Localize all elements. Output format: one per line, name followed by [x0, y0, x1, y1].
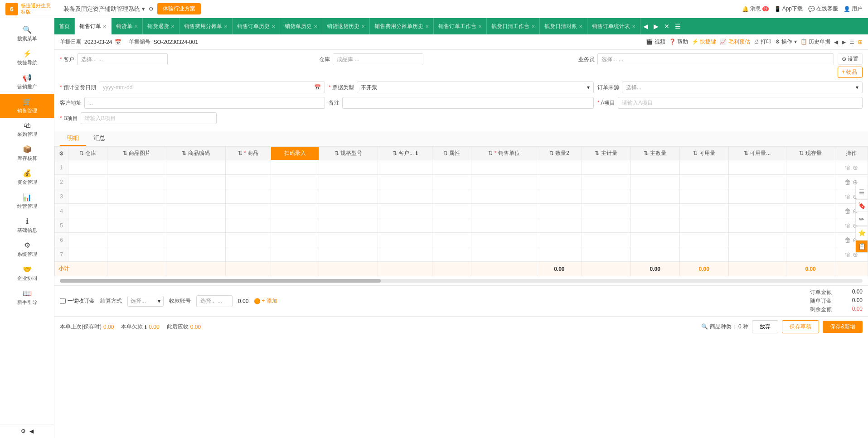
delivery-date-input[interactable]: yyyy-mm-dd 📅: [99, 82, 325, 93]
profit-preview-btn[interactable]: 📈 毛利预估: [720, 38, 750, 46]
float-btn-3[interactable]: ✏: [855, 213, 868, 226]
sidebar-item-finance[interactable]: 💰 资金管理: [0, 165, 54, 189]
scrollbar-thumb[interactable]: [60, 279, 381, 283]
float-btn-4[interactable]: ⭐: [855, 226, 868, 239]
col-warehouse[interactable]: ⇅ 仓库: [68, 147, 107, 160]
system-name[interactable]: 装备及固定资产辅助管理系统 ▾: [63, 5, 145, 13]
a-project-input[interactable]: 请输入A项目: [618, 97, 863, 109]
tab-expense-history[interactable]: 销售费用分摊单历史 ✕: [370, 18, 434, 34]
warehouse-input[interactable]: 成品库 ...: [333, 53, 423, 65]
sidebar-item-basicinfo[interactable]: ℹ 基础信息: [0, 213, 54, 237]
tab-home[interactable]: 首页: [54, 18, 75, 34]
operate-btn[interactable]: ⚙ 操作 ▾: [775, 38, 797, 46]
tab-close-order-history[interactable]: ✕: [272, 24, 275, 29]
ticket-type-select[interactable]: 不开票 ▾: [357, 82, 594, 93]
layout-list-icon[interactable]: ☰: [849, 39, 854, 45]
tab-sales-expense[interactable]: 销售费用分摊单 ✕: [179, 18, 233, 34]
tab-sales-order[interactable]: 销售订单 ✕: [75, 18, 112, 34]
add-goods-btn[interactable]: + 物品: [838, 67, 863, 78]
row-delete-icon[interactable]: 🗑: [844, 236, 851, 244]
discard-btn[interactable]: 放弃: [752, 320, 778, 333]
sidebar-item-enterprise[interactable]: 🤝 企业协同: [0, 261, 54, 285]
nav-prev-icon[interactable]: ◀: [834, 39, 838, 45]
tab-daily-reconcile[interactable]: 钱货日清对账 ✕: [540, 18, 587, 34]
customer-address-input[interactable]: ...: [84, 97, 325, 109]
save-new-btn[interactable]: 保存&新增: [823, 321, 863, 333]
detail-tab-detail[interactable]: 明细: [60, 131, 86, 146]
tab-sales-invoice[interactable]: 销货单 ✕: [112, 18, 143, 34]
video-btn[interactable]: 🎬 视频: [646, 38, 665, 46]
horizontal-scrollbar[interactable]: [60, 279, 863, 283]
settlement-select[interactable]: 选择... ▾: [127, 296, 164, 307]
tab-close-sales-return[interactable]: ✕: [171, 24, 175, 29]
col-available[interactable]: ⇅ 可用量: [679, 147, 728, 160]
nav-next-icon[interactable]: ▶: [842, 39, 846, 45]
app-download-btn[interactable]: 📱 App下载: [774, 5, 803, 13]
tab-order-workbench[interactable]: 销售订单工作台 ✕: [434, 18, 487, 34]
salesman-input[interactable]: 选择... ...: [597, 53, 834, 65]
order-source-select[interactable]: 选择... ▾: [622, 82, 863, 93]
row-copy-icon[interactable]: ⊕: [853, 178, 858, 186]
sidebar-item-inventory[interactable]: 📦 库存核算: [0, 141, 54, 165]
row-delete-icon[interactable]: 🗑: [844, 178, 851, 186]
tab-close-sales-invoice[interactable]: ✕: [134, 24, 138, 29]
print-btn[interactable]: 🖨 打印: [754, 38, 771, 46]
col-unit[interactable]: ⇅ * 销售单位: [471, 147, 537, 160]
sidebar-item-operations[interactable]: 📊 经营管理: [0, 189, 54, 213]
industry-solution-btn[interactable]: 体验行业方案: [157, 3, 201, 14]
sidebar-item-purchase[interactable]: 🛍 采购管理: [0, 118, 54, 141]
remarks-input[interactable]: [342, 97, 594, 109]
col-scan[interactable]: 扫码录入: [271, 147, 319, 160]
col-available2[interactable]: ⇅ 可用量...: [728, 147, 786, 160]
messages-btn[interactable]: 🔔 消息 9: [742, 5, 769, 13]
tab-sales-order-history[interactable]: 销售订单历史 ✕: [233, 18, 280, 34]
col-attribute[interactable]: ⇅ 属性: [432, 147, 471, 160]
one-click-checkbox-input[interactable]: [60, 298, 66, 304]
add-payment-btn[interactable]: 🟠 + 添加: [254, 297, 277, 305]
history-btn[interactable]: 📋 历史单据: [800, 38, 830, 46]
tab-close-daily-workbench[interactable]: ✕: [531, 24, 535, 29]
float-btn-1[interactable]: ☰: [855, 186, 868, 198]
tab-invoice-history[interactable]: 销货单历史 ✕: [280, 18, 322, 34]
layout-grid-icon[interactable]: ⊞: [858, 39, 863, 45]
settings-icon[interactable]: ⚙: [149, 6, 154, 12]
customer-input[interactable]: 选择... ...: [77, 53, 168, 65]
row-delete-icon[interactable]: 🗑: [844, 251, 851, 258]
sidebar-item-sales[interactable]: 🛒 销售管理: [0, 94, 54, 118]
tab-close-daily-reconcile[interactable]: ✕: [579, 24, 582, 29]
tab-close-order-stats[interactable]: ✕: [632, 24, 635, 29]
shortcut-btn[interactable]: ⚡ 快捷键: [692, 38, 716, 46]
b-project-input[interactable]: 请输入B项目: [81, 112, 217, 124]
float-btn-5[interactable]: 📋: [855, 240, 868, 253]
row-delete-icon[interactable]: 🗑: [844, 222, 851, 229]
tab-close-invoice-history[interactable]: ✕: [314, 24, 317, 29]
account-input[interactable]: 选择... ...: [196, 295, 233, 307]
col-spec[interactable]: ⇅ 规格型号: [319, 147, 378, 160]
sidebar-item-system[interactable]: ⚙ 系统管理: [0, 237, 54, 261]
col-settings[interactable]: ⚙: [55, 147, 68, 160]
detail-tab-summary[interactable]: 汇总: [86, 131, 112, 146]
col-product-img[interactable]: ⇅ 商品图片: [107, 147, 166, 160]
tab-prev-btn[interactable]: ◀: [640, 18, 651, 34]
tab-sales-return[interactable]: 销货退货 ✕: [143, 18, 179, 34]
sidebar-item-quicknav[interactable]: ⚡ 快捷导航: [0, 46, 54, 70]
tab-close-expense-history[interactable]: ✕: [425, 24, 429, 29]
tab-close-sales-order[interactable]: ✕: [103, 24, 107, 29]
tab-close-return-history[interactable]: ✕: [361, 24, 365, 29]
tab-order-stats[interactable]: 销售订单统计表 ✕: [587, 18, 640, 34]
one-click-checkbox[interactable]: 一键收订金: [60, 297, 95, 305]
settings-btn[interactable]: ⚙ 设置: [838, 53, 863, 65]
help-btn[interactable]: ❓ 帮助: [669, 38, 688, 46]
row-delete-icon[interactable]: 🗑: [844, 207, 851, 215]
user-avatar[interactable]: 👤 用户: [844, 5, 863, 13]
col-main-qty[interactable]: ⇅ 主数量: [630, 147, 679, 160]
calendar-icon[interactable]: 📅: [115, 39, 121, 45]
col-product-code[interactable]: ⇅ 商品编码: [166, 147, 225, 160]
tab-menu-btn[interactable]: ☰: [672, 18, 684, 34]
row-delete-icon[interactable]: 🗑: [844, 193, 851, 200]
col-main-unit[interactable]: ⇅ 主计量: [582, 147, 630, 160]
sidebar-item-search[interactable]: 🔍 搜索菜单: [0, 22, 54, 46]
sidebar-settings-icon[interactable]: ⚙: [21, 428, 26, 434]
col-qty2[interactable]: ⇅ 数量2: [537, 147, 582, 160]
float-btn-2[interactable]: 🔖: [855, 199, 868, 212]
